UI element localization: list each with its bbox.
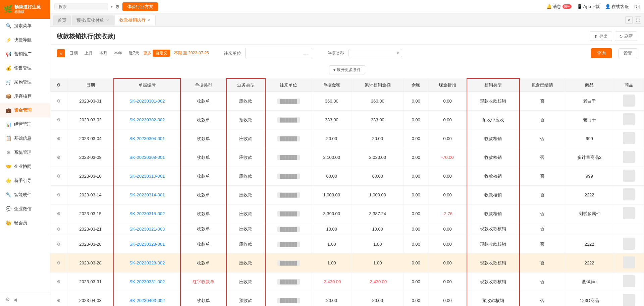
solution-button[interactable]: 体验行业方案 <box>122 2 158 11</box>
settings-col-icon[interactable]: ⚙ <box>57 155 61 160</box>
filter-settings-button[interactable]: 设置 <box>619 48 637 58</box>
td-settings-8[interactable]: ⚙ <box>50 235 67 254</box>
sidebar-item-enterprise[interactable]: 🤝企业协同 <box>0 160 50 174</box>
td-doc_no-9[interactable]: SK-20230328-002 <box>114 254 181 272</box>
doc-no-link[interactable]: SK-20230331-002 <box>129 279 165 284</box>
doc-no-link[interactable]: SK-20230314-001 <box>129 192 165 197</box>
td-settings-11[interactable]: ⚙ <box>50 291 67 306</box>
td-doc_no-1[interactable]: SK-20230302-002 <box>114 111 181 129</box>
td-write_off_type-4: 收款核销 <box>467 167 520 186</box>
goods-thumbnail <box>623 113 635 125</box>
date-option-4[interactable]: 更多 <box>143 50 151 56</box>
td-settings-9[interactable]: ⚙ <box>50 254 67 272</box>
settings-icon[interactable]: ⚙ <box>5 296 10 303</box>
td-settings-10[interactable]: ⚙ <box>50 272 67 291</box>
msg-area[interactable]: 🔔 消息 99+ <box>546 4 572 10</box>
settings-col-icon[interactable]: ⚙ <box>57 298 61 303</box>
sidebar-item-sales[interactable]: 💰销售管理 <box>0 61 50 75</box>
sidebar-item-system[interactable]: ⚙系统管理 <box>0 145 50 160</box>
doc-no-link[interactable]: SK-20230308-001 <box>129 155 165 160</box>
sidebar-item-search[interactable]: 🔍搜索菜单 <box>0 19 50 33</box>
date-option-0[interactable]: 上月 <box>82 50 95 57</box>
date-option-1[interactable]: 本月 <box>97 50 110 57</box>
td-doc_no-4[interactable]: SK-20230310-001 <box>114 167 181 186</box>
sidebar-item-marketing[interactable]: 📢营销推广 <box>0 47 50 61</box>
td-doc_no-10[interactable]: SK-20230331-002 <box>114 272 181 291</box>
settings-col-icon[interactable]: ⚙ <box>57 242 61 247</box>
expand-more-button[interactable]: ▾ 展开更多条件 <box>329 65 365 74</box>
doc-no-link[interactable]: SK-20230328-002 <box>129 260 165 265</box>
tab-collection[interactable]: 收款核销执行✕ <box>114 15 156 25</box>
tab-close-collection[interactable]: ✕ <box>148 18 151 22</box>
td-settings-2[interactable]: ⚙ <box>50 129 67 148</box>
sidebar-item-wechat[interactable]: 💬企业微信 <box>0 202 50 216</box>
sidebar-item-operations[interactable]: 📊经营管理 <box>0 117 50 131</box>
td-doc_no-5[interactable]: SK-20230314-001 <box>114 186 181 204</box>
td-settings-6[interactable]: ⚙ <box>50 204 67 223</box>
sidebar-item-finance[interactable]: 💼资金管理 <box>0 103 50 117</box>
tab-prepay[interactable]: 预收/应收付单✕ <box>72 15 114 25</box>
doc-no-link[interactable]: SK-20230304-001 <box>129 136 165 141</box>
settings-col-icon[interactable]: ⚙ <box>57 192 61 197</box>
doc-no-link[interactable]: SK-20230310-001 <box>129 174 165 179</box>
collapse-icon[interactable]: ◀ <box>13 297 17 302</box>
user-name[interactable]: Rit <box>634 4 640 9</box>
doc-no-link[interactable]: SK-20230315-002 <box>129 211 165 216</box>
doc-no-link[interactable]: SK-20230403-002 <box>129 298 165 303</box>
topbar-gear-icon[interactable]: ⚙ <box>115 4 120 9</box>
sidebar-item-basic[interactable]: 📋基础信息 <box>0 131 50 145</box>
sidebar-item-member[interactable]: 👑畅会员 <box>0 216 50 230</box>
settings-col-icon[interactable]: ⚙ <box>57 227 61 232</box>
settings-col-icon[interactable]: ⚙ <box>57 260 61 265</box>
doc-type-select[interactable]: ▾ <box>348 49 402 57</box>
topbar-search-input[interactable] <box>54 3 108 10</box>
td-date-8: 2023-03-28 <box>67 235 114 254</box>
settings-col-icon[interactable]: ⚙ <box>57 174 61 179</box>
partner-input[interactable]: ... <box>245 48 312 58</box>
td-include_settled-3: 否 <box>520 148 565 167</box>
td-include_settled-2: 否 <box>520 129 565 148</box>
doc-no-link[interactable]: SK-20230302-002 <box>129 117 165 122</box>
sidebar-item-purchase[interactable]: 🛒采购管理 <box>0 75 50 89</box>
date-custom-btn[interactable]: 自定义 <box>153 50 170 57</box>
settings-col-icon[interactable]: ⚙ <box>57 117 61 122</box>
refresh-button[interactable]: ↻ 刷新 <box>615 32 637 41</box>
settings-col-icon[interactable]: ⚙ <box>57 279 61 284</box>
td-settings-5[interactable]: ⚙ <box>50 186 67 204</box>
online-service[interactable]: 👤 在线客服 <box>605 4 629 10</box>
td-doc_no-8[interactable]: SK-20230328-001 <box>114 235 181 254</box>
export-button[interactable]: ⬆ 导出 <box>590 32 612 41</box>
td-doc_no-11[interactable]: SK-20230403-002 <box>114 291 181 306</box>
sidebar-item-guide[interactable]: 🌟新手引导 <box>0 174 50 188</box>
td-doc_no-2[interactable]: SK-20230304-001 <box>114 129 181 148</box>
sidebar-item-quick[interactable]: ⚡快捷导航 <box>0 33 50 47</box>
filter-toggle-button[interactable]: » <box>57 49 65 57</box>
query-button[interactable]: 查询 <box>591 48 612 58</box>
partner-dots[interactable]: ... <box>303 50 309 57</box>
td-doc_no-7[interactable]: SK-20230321-003 <box>114 223 181 235</box>
date-option-3[interactable]: 近7天 <box>126 50 142 57</box>
maximize-tab-button[interactable]: ⛶ <box>634 16 641 24</box>
tab-home[interactable]: 首页 <box>53 15 71 25</box>
date-option-2[interactable]: 本年 <box>111 50 125 57</box>
doc-no-link[interactable]: SK-20230321-003 <box>129 227 165 232</box>
close-tab-button[interactable]: ✕ <box>625 16 633 24</box>
td-settings-1[interactable]: ⚙ <box>50 111 67 129</box>
td-settings-3[interactable]: ⚙ <box>50 148 67 167</box>
settings-col-icon[interactable]: ⚙ <box>57 211 61 216</box>
td-biz_type-8: 应收款 <box>226 235 265 254</box>
doc-no-link[interactable]: SK-20230328-001 <box>129 242 165 247</box>
tab-close-prepay[interactable]: ✕ <box>106 18 109 22</box>
settings-col-icon[interactable]: ⚙ <box>57 136 61 141</box>
td-doc_no-3[interactable]: SK-20230308-001 <box>114 148 181 167</box>
sidebar-item-inventory[interactable]: 📦库存核算 <box>0 89 50 103</box>
td-doc_no-0[interactable]: SK-20230301-002 <box>114 92 181 111</box>
app-download[interactable]: 📱 App下载 <box>577 4 600 10</box>
doc-no-link[interactable]: SK-20230301-002 <box>129 99 165 104</box>
td-settings-0[interactable]: ⚙ <box>50 92 67 111</box>
td-settings-7[interactable]: ⚙ <box>50 223 67 235</box>
settings-col-icon[interactable]: ⚙ <box>57 99 61 104</box>
td-settings-4[interactable]: ⚙ <box>50 167 67 186</box>
td-doc_no-6[interactable]: SK-20230315-002 <box>114 204 181 223</box>
sidebar-item-hardware[interactable]: 🔧智能硬件 <box>0 188 50 202</box>
